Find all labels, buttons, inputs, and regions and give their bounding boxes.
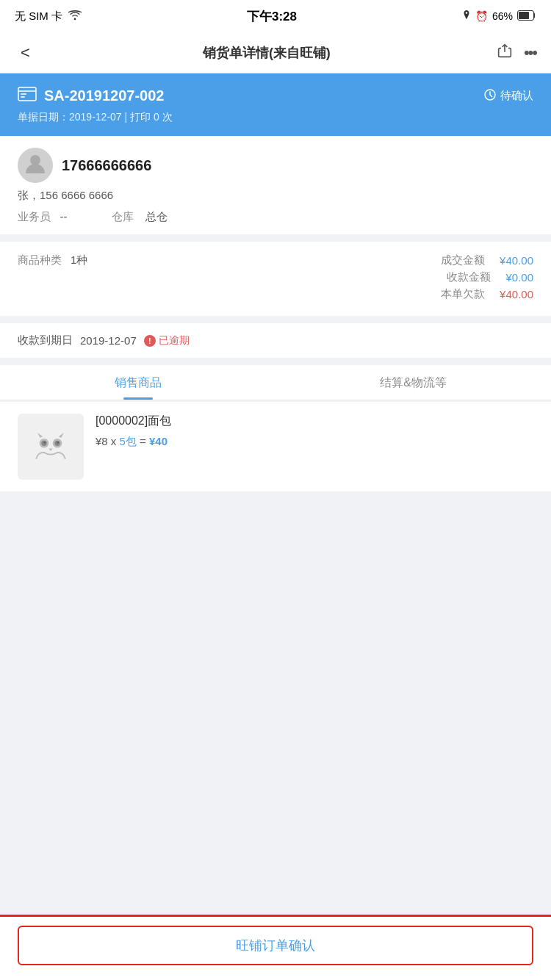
order-id-text: SA-20191207-002	[44, 87, 164, 104]
status-time: 下午3:28	[247, 8, 297, 25]
price-value: ¥8	[96, 435, 108, 447]
product-card: [0000002]面包 ¥8 x 5包 = ¥40	[0, 402, 551, 491]
order-info-card: 商品种类 1种 成交金额 ¥40.00 收款金额 ¥0.00 本单欠款 ¥40.…	[0, 242, 551, 316]
location-icon	[462, 10, 471, 23]
battery-text: 66%	[492, 10, 513, 22]
product-type-label: 商品种类	[18, 253, 62, 267]
bottom-filler	[0, 491, 551, 624]
customer-card: 17666666666 张，156 6666 6666 业务员 -- 仓库 总仓	[0, 136, 551, 234]
tabs-bar: 销售商品 结算&物流等	[0, 365, 551, 400]
page-title: 销货单详情(来自旺铺)	[203, 44, 331, 62]
alarm-icon: ⏰	[475, 10, 488, 22]
status-bar: 无 SIM 卡 下午3:28 ⏰ 66%	[0, 0, 551, 32]
nav-bar: < 销货单详情(来自旺铺) •••	[0, 32, 551, 73]
customer-name: 张，156 6666 6666	[18, 189, 533, 203]
amount-row-received: 收款金额 ¥0.00	[441, 270, 533, 284]
overdue-text: 已逾期	[159, 334, 190, 347]
avatar-icon	[24, 153, 46, 178]
svg-rect-3	[21, 93, 26, 95]
received-label: 收款金额	[447, 270, 491, 284]
amount-value: ¥40.00	[500, 254, 533, 267]
tab-settlement-label: 结算&物流等	[380, 376, 447, 389]
order-date: 单据日期：2019-12-07 | 打印 0 次	[18, 111, 533, 124]
customer-phone: 17666666666	[62, 157, 151, 174]
order-icon	[18, 87, 37, 105]
product-thumbnail	[18, 414, 84, 480]
status-right: ⏰ 66%	[462, 10, 536, 23]
amount-label: 成交金额	[441, 253, 485, 267]
svg-point-6	[30, 155, 40, 165]
svg-point-11	[44, 442, 46, 444]
avatar	[18, 148, 53, 183]
status-left: 无 SIM 卡	[15, 10, 82, 24]
svg-point-12	[57, 442, 60, 444]
warehouse-label: 仓库	[112, 210, 134, 223]
svg-rect-1	[519, 12, 529, 19]
amount-row-total: 成交金额 ¥40.00	[441, 253, 533, 267]
tab-products[interactable]: 销售商品	[0, 365, 276, 400]
total-price: ¥40	[149, 435, 168, 447]
wifi-icon	[68, 10, 82, 23]
multiply-sign: x	[111, 435, 120, 447]
more-icon[interactable]: •••	[524, 43, 536, 62]
status-text: 待确认	[500, 89, 533, 103]
order-status: 待确认	[484, 89, 533, 103]
due-date-card: 收款到期日 2019-12-07 ! 已逾期	[0, 323, 551, 358]
overdue-dot-icon: !	[144, 335, 156, 347]
tab-settlement[interactable]: 结算&物流等	[276, 365, 551, 400]
owed-value: ¥40.00	[500, 288, 533, 300]
svg-rect-4	[21, 96, 25, 98]
overdue-badge: ! 已逾期	[144, 334, 190, 347]
sales-person: 业务员 --	[18, 210, 68, 224]
warehouse-value: 总仓	[145, 210, 168, 223]
order-header-card: SA-20191207-002 待确认 单据日期：2019-12-07 | 打印…	[0, 73, 551, 136]
due-date-label: 收款到期日	[18, 334, 73, 347]
warehouse: 仓库 总仓	[112, 210, 168, 224]
customer-meta: 业务员 -- 仓库 总仓	[18, 210, 533, 224]
owed-label: 本单欠款	[441, 287, 485, 301]
product-type-info: 商品种类 1种	[18, 253, 87, 267]
export-icon[interactable]	[497, 43, 512, 62]
no-sim-text: 无 SIM 卡	[15, 10, 62, 24]
equal-sign: =	[140, 435, 149, 447]
sales-value: --	[60, 210, 68, 223]
order-id: SA-20191207-002	[18, 87, 164, 105]
due-date-value: 2019-12-07	[80, 334, 137, 347]
clock-icon	[484, 89, 496, 103]
nav-actions: •••	[497, 43, 536, 62]
product-type-value: 1种	[71, 253, 87, 267]
qty-value: 5包	[120, 435, 137, 447]
confirm-button-wrap: 旺铺订单确认	[0, 915, 551, 980]
product-info: [0000002]面包 ¥8 x 5包 = ¥40	[96, 414, 533, 449]
received-value: ¥0.00	[505, 271, 533, 284]
product-logo-icon	[31, 428, 71, 466]
back-button[interactable]: <	[15, 40, 36, 65]
battery-icon	[517, 10, 536, 23]
product-price: ¥8 x 5包 = ¥40	[96, 435, 533, 449]
sales-label: 业务员	[18, 210, 51, 223]
tab-products-label: 销售商品	[115, 376, 162, 389]
product-name: [0000002]面包	[96, 414, 533, 429]
amount-row-owed: 本单欠款 ¥40.00	[441, 287, 533, 301]
confirm-order-button[interactable]: 旺铺订单确认	[18, 926, 533, 965]
amounts-info: 成交金额 ¥40.00 收款金额 ¥0.00 本单欠款 ¥40.00	[441, 253, 533, 304]
